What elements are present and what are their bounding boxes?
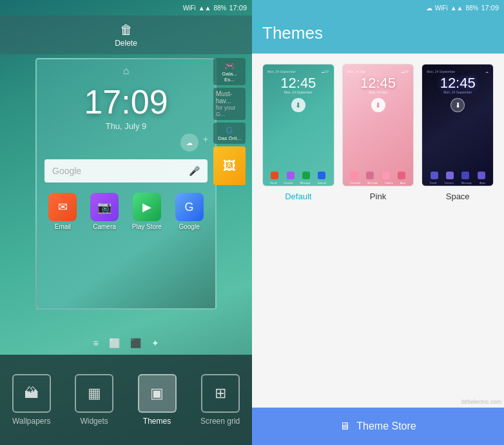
time-right: 17:09: [481, 4, 499, 12]
nav-dots: ≡ ⬜ ⬛ ✦: [0, 338, 252, 348]
menu-wallpapers[interactable]: 🏔 Wallpapers: [7, 369, 56, 431]
delete-label: Delete: [115, 39, 137, 48]
theme-thumbnail-pink: Mon, 24 Sep ☁20° 12:45 Mon, 24 Sep ⬇: [342, 64, 414, 186]
signal-icon-right: ▲▲: [451, 5, 463, 12]
themes-grid: Mon, 24 September ☁20° 12:45 Mon, 24 Sep…: [252, 54, 504, 408]
gallery-app-strip: 🖼: [213, 146, 246, 185]
camera-app-icon: 📷: [90, 193, 119, 221]
playstore-app-icon: ▶: [133, 193, 161, 221]
menu-widgets[interactable]: ▦ Widgets: [70, 369, 119, 431]
delete-area[interactable]: 🗑 Delete: [0, 15, 252, 54]
themes-header: Themes: [252, 15, 504, 54]
phone-screen-preview: ⌂ 17:09 Thu, July 9 ☁ ＋ Google 🎤 ✉ Email…: [35, 58, 217, 310]
wallpapers-label: Wallpapers: [12, 417, 51, 426]
add-widget-icon: ＋: [201, 134, 210, 152]
nav-dot-3: ⬛: [130, 338, 141, 348]
screen-grid-icon: ⊞: [201, 374, 240, 413]
theme-card-pink[interactable]: Mon, 24 Sep ☁20° 12:45 Mon, 24 Sep ⬇: [342, 64, 414, 397]
widgets-label: Widgets: [80, 417, 108, 426]
themes-label: Themes: [143, 417, 171, 426]
theme-store-icon: 🖥: [340, 420, 350, 432]
app-camera: 📷 Camera: [90, 193, 119, 230]
theme-name-pink: Pink: [370, 192, 386, 201]
mic-icon: 🎤: [189, 166, 200, 176]
screen-grid-label: Screen grid: [200, 417, 240, 426]
status-bar-right: ☁ WiFi ▲▲ 88% 17:09: [252, 0, 504, 15]
menu-themes[interactable]: ▣ Themes: [133, 369, 182, 431]
app-playstore: ▶ Play Store: [132, 193, 162, 230]
home-icon: ⌂: [123, 65, 130, 77]
theme-name-space: Space: [446, 192, 470, 201]
preview-date: Thu, July 9: [37, 121, 215, 131]
preview-time: 17:09: [37, 85, 215, 119]
themes-title: Themes: [262, 23, 494, 43]
strip-item-3: G Das Örtl...: [213, 123, 246, 144]
theme-store-label: Theme Store: [356, 420, 416, 432]
wifi-icon-right: WiFi: [435, 5, 448, 12]
email-app-icon: ✉: [48, 193, 77, 221]
delete-icon: 🗑: [120, 23, 133, 37]
strip-item-2: Must-hav... for your G...: [213, 88, 246, 120]
google-app-icon: G: [175, 193, 204, 221]
nav-dot-1: ≡: [93, 338, 98, 348]
time-left: 17:09: [229, 4, 247, 12]
bottom-menu: 🏔 Wallpapers ▦ Widgets ▣ Themes ⊞ Screen…: [0, 355, 252, 445]
nav-dot-2: ⬜: [109, 338, 120, 348]
theme-store-button[interactable]: 🖥 Theme Store: [252, 408, 504, 445]
battery-left: 88%: [213, 5, 226, 12]
google-app-label: Google: [179, 223, 199, 230]
theme-name-default: Default: [285, 192, 311, 201]
theme-card-default[interactable]: Mon, 24 September ☁20° 12:45 Mon, 24 Sep…: [262, 64, 334, 397]
battery-right: 88%: [465, 5, 478, 12]
wallpapers-icon: 🏔: [12, 374, 51, 413]
menu-screen-grid[interactable]: ⊞ Screen grid: [195, 369, 245, 431]
widgets-icon: ▦: [75, 374, 113, 413]
strip-item-1: 🎮 Gala... Es...: [213, 58, 246, 85]
app-dock: ✉ Email 📷 Camera ▶ Play Store G Google: [37, 188, 215, 233]
camera-app-label: Camera: [93, 223, 116, 230]
search-placeholder: Google: [52, 166, 81, 176]
left-panel: WiFi ▲▲ 88% 17:09 🗑 Delete ⌂ 17:09 Thu, …: [0, 0, 252, 445]
nav-dot-4: ✦: [151, 338, 159, 348]
email-app-label: Email: [55, 223, 71, 230]
app-google: G Google: [175, 193, 204, 230]
wifi-icon-left: WiFi: [183, 5, 196, 12]
app-email: ✉ Email: [48, 193, 77, 230]
right-panel: ☁ WiFi ▲▲ 88% 17:09 Themes Mon, 24 Septe…: [252, 0, 504, 445]
theme-thumbnail-default: Mon, 24 September ☁20° 12:45 Mon, 24 Sep…: [262, 64, 334, 186]
cloud-icon-right: ☁: [426, 5, 432, 12]
weather-widget: ☁: [180, 134, 199, 152]
theme-card-space[interactable]: Mon, 24 September ☁ 12:45 Mon, 24 Septem…: [422, 64, 494, 397]
right-strip: 🎮 Gala... Es... Must-hav... for your G..…: [213, 58, 246, 185]
signal-icon-left: ▲▲: [199, 5, 211, 12]
playstore-app-label: Play Store: [132, 223, 162, 230]
themes-icon: ▣: [138, 374, 177, 413]
status-bar-left: WiFi ▲▲ 88% 17:09: [0, 0, 252, 15]
theme-thumbnail-space: Mon, 24 September ☁ 12:45 Mon, 24 Septem…: [422, 64, 494, 186]
google-search-bar[interactable]: Google 🎤: [44, 159, 208, 183]
watermark: 365electric.com: [461, 399, 501, 405]
